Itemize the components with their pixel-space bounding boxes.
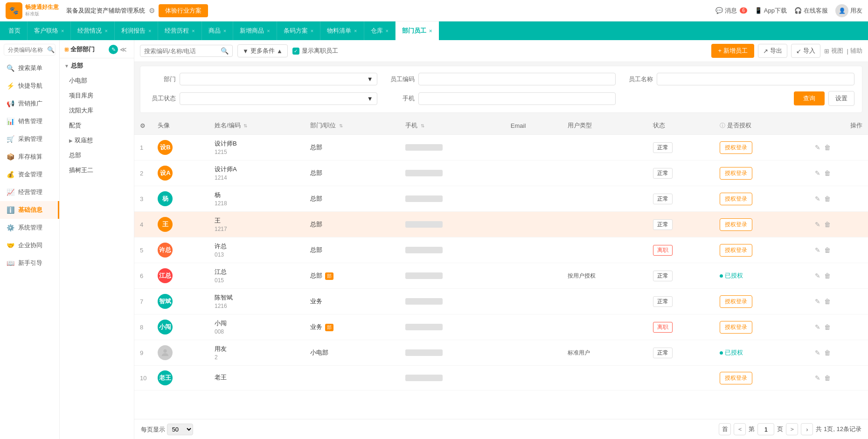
tab-history[interactable]: 经营历程 × [158,21,201,40]
dept-edit-icon[interactable]: ✎ [109,45,118,54]
sidebar-item-search[interactable]: 🔍 搜索菜单 [0,59,59,77]
sidebar-item-basic[interactable]: ℹ️ 基础信息 [0,201,59,219]
row-auth[interactable]: 授权登录 [714,314,809,340]
dept-node-zb[interactable]: 总部 [60,148,134,163]
sidebar-search-box[interactable]: 🔍 [4,44,56,56]
row-auth[interactable]: 授权登录 [714,135,809,160]
edit-icon[interactable]: ✎ [815,298,820,305]
dept-collapse-icon[interactable]: ≪ [120,45,129,54]
close-icon[interactable]: × [61,28,64,34]
dept-node-smx[interactable]: ▶ 双庙想 [60,133,134,148]
export-button[interactable]: ↗ 导出 [758,44,787,58]
settings-btn[interactable]: | 辅助 [847,47,862,55]
dept-node-cswe[interactable]: 插树王二 [60,163,134,178]
tab-goods[interactable]: 商品 × [202,21,233,40]
col-settings-icon[interactable]: ⚙ [134,117,152,135]
delete-icon[interactable]: 🗑 [824,169,831,177]
search-submit-icon[interactable]: 🔍 [221,47,229,55]
sidebar-item-finance[interactable]: 💰 资金管理 [0,166,59,183]
show-resigned-checkbox[interactable]: ✓ 显示离职员工 [292,47,338,55]
auth-button[interactable]: 授权登录 [720,218,752,231]
delete-icon[interactable]: 🗑 [824,221,831,228]
sidebar-item-inventory[interactable]: 📦 库存核算 [0,148,59,166]
sidebar-item-purchase[interactable]: 🛒 采购管理 [0,130,59,148]
close-icon[interactable]: × [104,28,107,34]
more-filter-btn[interactable]: ▼ 更多条件 ▲ [237,44,288,57]
auth-button[interactable]: 授权登录 [720,141,752,154]
first-page-btn[interactable]: 首 [719,423,731,435]
tab-home[interactable]: 首页 [0,21,28,40]
row-auth[interactable]: 授权登录 [714,366,809,390]
row-auth[interactable]: 授权登录 [714,237,809,263]
auth-button[interactable]: 授权登录 [720,295,752,308]
dept-all-text[interactable]: 全部部门 [70,45,95,54]
last-page-btn[interactable]: › [801,423,813,435]
user-area[interactable]: 👤 用友 [835,4,862,17]
edit-icon[interactable]: ✎ [815,144,820,151]
delete-icon[interactable]: 🗑 [824,323,831,331]
edit-icon[interactable]: ✎ [815,374,820,382]
import-button[interactable]: ↙ 导入 [791,44,820,58]
row-auth[interactable]: 授权登录 [714,289,809,314]
tab-barcode[interactable]: 条码方案 × [277,21,320,40]
auth-button[interactable]: 授权登录 [720,167,752,180]
sidebar-item-guide[interactable]: 📖 新手引导 [0,254,59,272]
emp-code-filter-input[interactable] [418,73,616,85]
edit-icon[interactable]: ✎ [815,221,820,228]
delete-icon[interactable]: 🗑 [824,246,831,254]
emp-status-filter-select[interactable]: ▼ [180,92,377,105]
message-btn[interactable]: 💬 消息 6 [715,7,747,15]
sidebar-search-icon[interactable]: 🔍 [47,46,55,53]
sidebar-item-system[interactable]: ⚙️ 系统管理 [0,219,59,237]
tab-warehouse[interactable]: 仓库 × [364,21,396,40]
delete-icon[interactable]: 🗑 [824,349,831,356]
close-icon[interactable]: × [192,28,194,34]
close-icon[interactable]: × [267,28,270,34]
add-employee-button[interactable]: + 新增员工 [711,44,754,58]
edit-icon[interactable]: ✎ [815,195,820,202]
tab-employees[interactable]: 部门员工 × [396,21,439,40]
auth-button[interactable]: 授权登录 [720,244,752,257]
delete-icon[interactable]: 🗑 [824,374,831,382]
delete-icon[interactable]: 🗑 [824,144,831,151]
app-download-btn[interactable]: 📱 App下载 [755,7,787,15]
edit-icon[interactable]: ✎ [815,349,820,356]
emp-name-filter-input[interactable] [657,73,854,85]
page-input[interactable] [757,423,774,435]
dept-node-xmkf[interactable]: 项目库房 [60,88,134,103]
view-btn[interactable]: ⊞ 视图 [824,47,843,55]
delete-icon[interactable]: 🗑 [824,298,831,305]
row-auth[interactable]: 授权登录 [714,212,809,237]
col-dept[interactable]: 部门/职位 ⇅ [305,117,400,135]
search-button[interactable]: 查询 [794,91,825,105]
gear-icon[interactable]: ⚙ [149,7,155,15]
next-page-btn[interactable]: ＞ [786,423,798,435]
prev-page-btn[interactable]: ＜ [734,423,746,435]
sidebar-item-collab[interactable]: 🤝 企业协同 [0,237,59,254]
close-icon[interactable]: × [354,28,357,34]
edit-icon[interactable]: ✎ [815,246,820,254]
delete-icon[interactable]: 🗑 [824,272,831,279]
edit-icon[interactable]: ✎ [815,169,820,177]
tab-profit[interactable]: 利润报告 × [115,21,158,40]
close-icon[interactable]: × [148,28,151,34]
tab-customer[interactable]: 客户联络 × [28,21,71,40]
phone-filter-input[interactable] [418,92,616,105]
tab-new-goods[interactable]: 新增商品 × [233,21,277,40]
trial-button[interactable]: 体验行业方案 [159,4,208,17]
search-input[interactable] [144,48,219,55]
col-phone[interactable]: 手机 ⇅ [400,117,505,135]
edit-icon[interactable]: ✎ [815,323,820,331]
close-icon[interactable]: × [429,28,432,34]
dept-node-sydk[interactable]: 沈阳大库 [60,103,134,118]
edit-icon[interactable]: ✎ [815,272,820,279]
sidebar-item-sales[interactable]: 📊 销售管理 [0,112,59,130]
auth-button[interactable]: 授权登录 [720,321,752,334]
dept-filter-select[interactable]: ▼ [180,73,377,85]
auth-button[interactable]: 授权登录 [720,372,752,384]
close-icon[interactable]: × [386,28,389,34]
tab-operation[interactable]: 经营情况 × [71,21,114,40]
delete-icon[interactable]: 🗑 [824,195,831,202]
close-icon[interactable]: × [311,28,313,34]
online-service-btn[interactable]: 🎧 在线客服 [794,7,828,15]
